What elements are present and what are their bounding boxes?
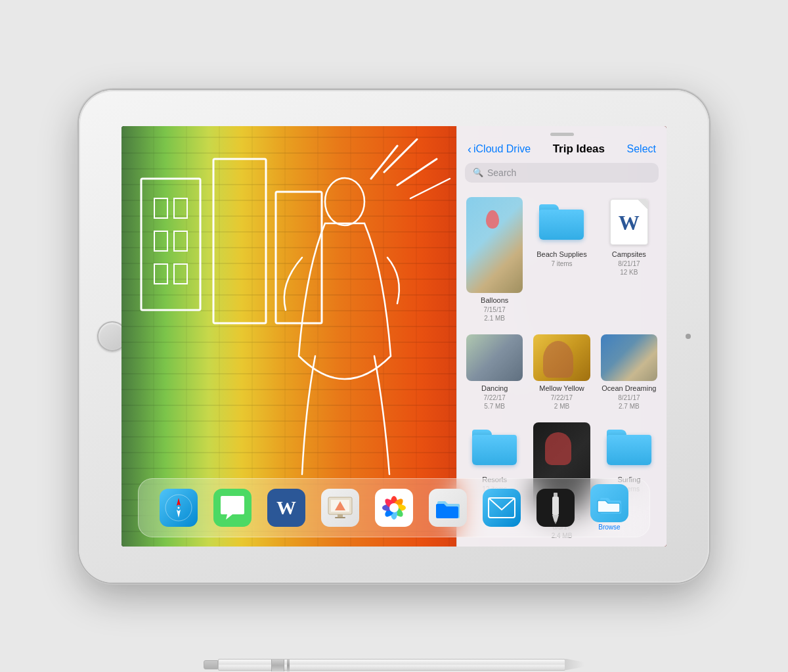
dock-app-files[interactable]: [429, 489, 467, 527]
file-name-campsites: Campsites: [612, 250, 646, 259]
select-button[interactable]: Select: [627, 143, 656, 155]
files-browse-svg: [595, 489, 624, 518]
drag-indicator: [550, 133, 574, 136]
back-chevron-icon: ‹: [468, 143, 471, 156]
word-app-icon[interactable]: W: [267, 489, 305, 527]
dock-app-word[interactable]: W: [267, 489, 305, 527]
search-placeholder-text: Search: [487, 168, 516, 178]
file-thumbnail-dancing: [466, 334, 523, 380]
scene: ‹ iCloud Drive Trip Ideas Select 🔍 Searc…: [33, 21, 755, 652]
files-icon-svg: [433, 493, 462, 522]
file-thumbnail-mellow-yellow: [533, 334, 590, 380]
files-browse-label: Browse: [598, 524, 620, 531]
safari-icon[interactable]: [160, 489, 198, 527]
file-name-mellow-yellow: Mellow Yellow: [539, 384, 584, 393]
photos-icon-svg: [380, 494, 408, 522]
file-name-balloons: Balloons: [481, 296, 508, 305]
file-name-dancing: Dancing: [481, 384, 508, 393]
apple-pencil: [204, 659, 584, 671]
panel-header: ‹ iCloud Drive Trip Ideas Select: [457, 140, 667, 163]
file-thumbnail-ocean-dreaming: [601, 334, 657, 380]
pencil-body: [218, 659, 565, 671]
dock-app-mail[interactable]: [483, 489, 521, 527]
apple-pencil-container: [197, 638, 591, 673]
file-meta-mellow-yellow: 7/22/172 MB: [551, 393, 573, 411]
svg-marker-39: [554, 522, 557, 524]
pencil-tip: [565, 659, 584, 671]
keynote-icon[interactable]: [321, 489, 359, 527]
search-bar[interactable]: 🔍 Search: [465, 163, 659, 183]
svg-point-18: [178, 506, 180, 508]
panel-title: Trip Ideas: [553, 143, 605, 156]
file-thumbnail-balloons: [466, 197, 523, 293]
files-browse-icon[interactable]: [590, 484, 628, 522]
file-item-beach-supplies[interactable]: Beach Supplies 7 items: [531, 192, 592, 327]
file-name-ocean-dreaming: Ocean Dreaming: [602, 384, 656, 393]
svg-marker-38: [552, 515, 559, 522]
svg-rect-37: [552, 497, 559, 515]
keynote-icon-svg: [326, 493, 355, 522]
pencil-band-1: [271, 660, 284, 671]
mail-icon[interactable]: [483, 489, 521, 527]
file-meta-ocean-dreaming: 8/21/172.7 MB: [618, 393, 640, 411]
file-item-dancing[interactable]: Dancing 7/22/175.7 MB: [464, 329, 525, 414]
dock-app-messages[interactable]: [213, 489, 252, 527]
svg-marker-20: [177, 510, 181, 518]
messages-bubble-svg: [218, 495, 247, 521]
ipad-screen: ‹ iCloud Drive Trip Ideas Select 🔍 Searc…: [121, 126, 667, 547]
word-app-letter: W: [276, 497, 296, 519]
file-item-balloons[interactable]: Balloons 7/15/172.1 MB: [464, 192, 525, 327]
files-icon[interactable]: [429, 489, 467, 527]
file-meta-campsites: 8/21/1712 KB: [618, 259, 640, 277]
safari-compass-svg: [164, 493, 194, 523]
back-button[interactable]: ‹ iCloud Drive: [468, 143, 531, 156]
messages-icon[interactable]: [213, 489, 252, 527]
svg-marker-19: [177, 498, 181, 506]
dock-app-keynote[interactable]: [321, 489, 359, 527]
pencil-end: [204, 660, 218, 669]
file-meta-balloons: 7/15/172.1 MB: [483, 305, 505, 323]
file-name-beach-supplies: Beach Supplies: [536, 250, 586, 259]
folder-icon-resorts: [470, 422, 519, 472]
photos-icon[interactable]: [375, 489, 413, 527]
ink-icon[interactable]: [536, 489, 575, 527]
search-icon: 🔍: [473, 168, 483, 177]
folder-icon-beach-supplies: [536, 197, 586, 247]
file-item-campsites[interactable]: W Campsites 8/21/1712 KB: [598, 192, 660, 327]
file-item-ocean-dreaming[interactable]: Ocean Dreaming 8/21/172.7 MB: [598, 329, 660, 414]
ink-icon-svg: [544, 491, 567, 524]
pencil-band-2: [287, 660, 290, 671]
file-item-mellow-yellow[interactable]: Mellow Yellow 7/22/172 MB: [531, 329, 592, 414]
file-meta-dancing: 7/22/175.7 MB: [483, 393, 505, 411]
file-meta-beach-supplies: 7 items: [551, 259, 572, 268]
word-icon-campsites: W: [604, 197, 654, 247]
back-label[interactable]: iCloud Drive: [473, 143, 531, 155]
folder-icon-surfing: [604, 422, 654, 472]
camera-sensor: [686, 334, 691, 339]
dock-app-safari[interactable]: [160, 489, 198, 527]
dock-app-files-browse[interactable]: Browse: [590, 484, 628, 531]
dock-app-photos[interactable]: [375, 489, 413, 527]
word-w-letter: W: [619, 211, 640, 235]
dock-app-ink[interactable]: [536, 489, 575, 527]
mail-icon-svg: [487, 497, 516, 519]
svg-point-34: [389, 503, 399, 512]
svg-rect-24: [335, 517, 345, 518]
dock: W: [138, 478, 650, 537]
ipad-frame: ‹ iCloud Drive Trip Ideas Select 🔍 Searc…: [79, 90, 709, 583]
